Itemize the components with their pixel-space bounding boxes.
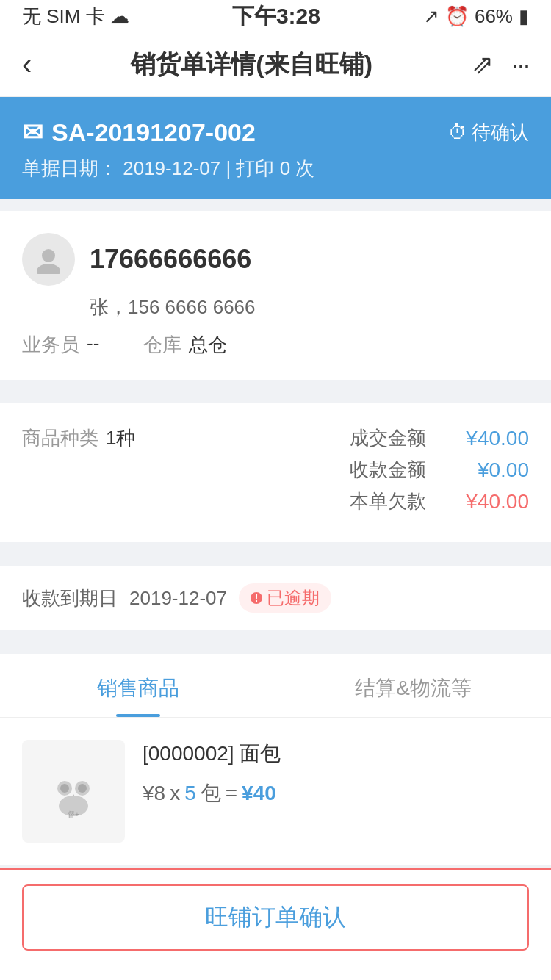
- stats-right: 成交金额 ¥40.00 收款金额 ¥0.00 本单欠款 ¥40.00: [350, 425, 529, 520]
- stats-left: 商品种类 1种: [22, 425, 135, 451]
- alarm-icon: ⏰: [445, 5, 469, 28]
- order-date: 单据日期： 2019-12-07 | 打印 0 次: [22, 156, 529, 181]
- stats-section: 商品种类 1种 成交金额 ¥40.00 收款金额 ¥0.00 本单欠款 ¥40.…: [0, 403, 551, 542]
- due-section: 收款到期日 2019-12-07 ! 已逾期: [0, 566, 551, 630]
- received-value: ¥0.00: [441, 458, 529, 482]
- product-unit: 包: [201, 779, 221, 807]
- more-button[interactable]: ···: [511, 49, 529, 80]
- tab-settlement[interactable]: 结算&物流等: [276, 654, 551, 717]
- status-time: 下午3:28: [232, 1, 320, 32]
- tab-sales-products[interactable]: 销售商品: [0, 654, 276, 717]
- sales-info: 业务员 --: [22, 332, 99, 358]
- product-image: 督+: [22, 740, 125, 843]
- order-status-badge: ⏱ 待确认: [448, 120, 529, 145]
- product-total: ¥40: [242, 782, 276, 805]
- product-calc: ¥8 x 5 包 = ¥40: [143, 779, 529, 807]
- product-name: [0000002] 面包: [143, 740, 529, 768]
- amount-label: 成交金额: [350, 425, 426, 451]
- confirm-order-button[interactable]: 旺铺订单确认: [22, 884, 529, 951]
- received-label: 收款金额: [350, 457, 426, 483]
- warehouse-info: 仓库 总仓: [143, 332, 227, 358]
- overdue-icon: !: [251, 592, 262, 604]
- warehouse-label: 仓库: [143, 332, 181, 358]
- received-row: 收款金额 ¥0.00: [350, 457, 529, 483]
- location-icon: ↗: [423, 5, 439, 28]
- status-right: ↗ ⏰ 66% ▮: [423, 5, 529, 28]
- product-info: [0000002] 面包 ¥8 x 5 包 = ¥40: [143, 740, 529, 807]
- share-button[interactable]: ⇗: [472, 49, 494, 80]
- status-text: 待确认: [472, 120, 529, 145]
- due-date: 2019-12-07: [129, 587, 227, 610]
- nav-left: ‹: [22, 48, 32, 81]
- customer-section: 17666666666 张，156 6666 6666 业务员 -- 仓库 总仓: [0, 211, 551, 380]
- order-header-card: ✉ SA-20191207-002 ⏱ 待确认 单据日期： 2019-12-07…: [0, 97, 551, 199]
- customer-name: 张，156 6666 6666: [22, 295, 529, 320]
- svg-point-5: [78, 784, 87, 793]
- amount-row: 成交金额 ¥40.00: [350, 425, 529, 451]
- page-title: 销货单详情(来自旺铺): [131, 48, 372, 82]
- product-type-label: 商品种类: [22, 425, 98, 451]
- back-button[interactable]: ‹: [22, 48, 32, 81]
- svg-point-0: [42, 249, 55, 262]
- svg-point-1: [37, 264, 60, 274]
- customer-phone: 17666666666: [90, 244, 251, 275]
- status-clock-icon: ⏱: [448, 121, 467, 144]
- sim-status: 无 SIM 卡 ☁: [22, 4, 129, 29]
- product-list: 督+ [0000002] 面包 ¥8 x 5 包 = ¥40: [0, 718, 551, 865]
- debt-value: ¥40.00: [441, 490, 529, 514]
- product-type: 商品种类 1种: [22, 425, 135, 451]
- order-id-text: SA-20191207-002: [51, 118, 256, 147]
- due-label: 收款到期日: [22, 586, 118, 611]
- nav-right: ⇗ ···: [472, 49, 529, 80]
- overdue-badge: ! 已逾期: [239, 583, 331, 613]
- nav-bar: ‹ 销货单详情(来自旺铺) ⇗ ···: [0, 32, 551, 97]
- svg-point-4: [60, 784, 69, 793]
- product-item: 督+ [0000002] 面包 ¥8 x 5 包 = ¥40: [22, 740, 529, 843]
- separator-3: [0, 554, 551, 566]
- warehouse-value: 总仓: [189, 332, 227, 358]
- product-code: [0000002]: [143, 742, 234, 765]
- separator-1: [0, 199, 551, 211]
- overdue-text: 已逾期: [267, 586, 320, 610]
- customer-info-row: 业务员 -- 仓库 总仓: [22, 332, 529, 358]
- product-name-text: 面包: [240, 742, 281, 765]
- battery-icon: ▮: [519, 5, 529, 28]
- battery-level: 66%: [475, 5, 513, 28]
- tab-settlement-label: 结算&物流等: [355, 677, 472, 699]
- status-bar: 无 SIM 卡 ☁ 下午3:28 ↗ ⏰ 66% ▮: [0, 0, 551, 32]
- confirm-btn-wrapper: 旺铺订单确认: [0, 868, 551, 980]
- order-icon: ✉: [22, 118, 43, 147]
- product-type-value: 1种: [106, 425, 135, 451]
- amount-value: ¥40.00: [441, 427, 529, 450]
- separator-4: [0, 642, 551, 654]
- product-qty: 5: [184, 782, 196, 805]
- sales-label: 业务员: [22, 332, 79, 358]
- tabs-header: 销售商品 结算&物流等: [0, 654, 551, 718]
- separator-2: [0, 392, 551, 403]
- debt-row: 本单欠款 ¥40.00: [350, 489, 529, 514]
- product-price: ¥8: [143, 782, 165, 805]
- sales-value: --: [87, 332, 99, 358]
- status-left: 无 SIM 卡 ☁: [22, 4, 129, 29]
- svg-text:督+: 督+: [68, 810, 79, 818]
- debt-label: 本单欠款: [350, 489, 426, 514]
- order-id: ✉ SA-20191207-002: [22, 118, 256, 147]
- customer-avatar: [22, 233, 75, 286]
- tabs-section: 销售商品 结算&物流等 督+: [0, 654, 551, 865]
- tab-sales-label: 销售商品: [97, 677, 179, 699]
